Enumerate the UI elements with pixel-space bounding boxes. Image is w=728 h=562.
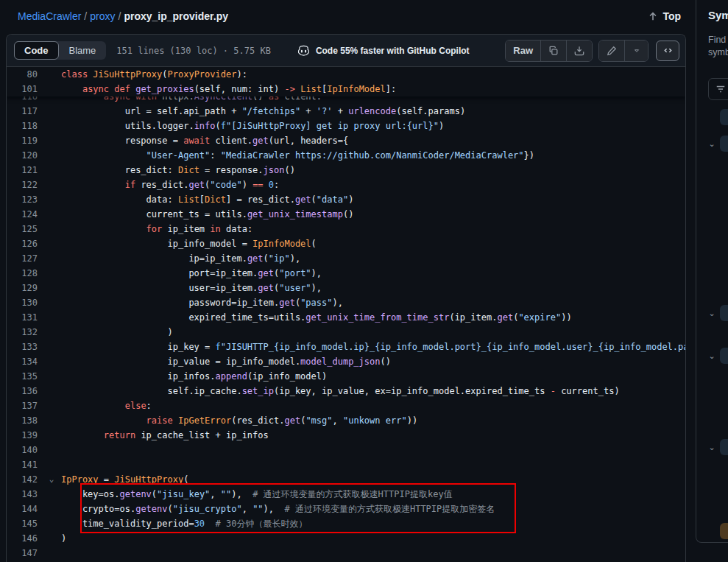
line-number[interactable]: 120 xyxy=(7,148,42,163)
line-number[interactable]: 125 xyxy=(7,222,42,236)
chevron-slot xyxy=(42,398,61,413)
file-content-box: Code Blame 151 lines (130 loc) · 5.75 KB… xyxy=(6,34,686,562)
chevron-down-icon[interactable]: ⌄ xyxy=(704,139,720,149)
line-number[interactable]: 139 xyxy=(7,428,42,443)
symbols-panel-title: Symbols xyxy=(708,9,728,21)
code-line: 121 res_dict: Dict = response.json() xyxy=(7,163,685,178)
line-number[interactable]: 137 xyxy=(7,398,42,413)
line-number[interactable]: 131 xyxy=(7,310,42,325)
code-line-text: self.ip_cache.set_ip(ip_key, ip_value, e… xyxy=(61,384,620,398)
copy-button[interactable] xyxy=(540,41,566,61)
symbol-item[interactable] xyxy=(704,523,728,539)
line-number[interactable]: 146 xyxy=(7,531,42,546)
chevron-down-icon[interactable]: ⌄ xyxy=(704,443,720,452)
chevron-down-icon[interactable]: ⌄ xyxy=(704,309,720,318)
line-number[interactable]: 101 xyxy=(7,82,42,96)
arrow-up-icon xyxy=(648,11,658,21)
line-number[interactable]: 133 xyxy=(7,340,42,354)
symbol-pill[interactable] xyxy=(720,136,728,152)
symbol-pill[interactable] xyxy=(720,109,728,125)
line-number[interactable]: 130 xyxy=(7,295,42,310)
collapse-chevron-icon[interactable]: ⌄ xyxy=(42,472,61,487)
symbols-filter-input[interactable] xyxy=(708,78,728,100)
symbol-pill[interactable] xyxy=(720,523,728,539)
code-line: 129 user=ip_item.get("user"), xyxy=(7,281,685,295)
code-line: 141 xyxy=(7,457,685,472)
symbol-item[interactable]: ⌄ xyxy=(704,348,728,364)
code-line-text: "User-Agent": "MediaCrawler https://gith… xyxy=(61,148,534,163)
download-button[interactable] xyxy=(566,41,592,61)
line-number[interactable]: 129 xyxy=(7,281,42,295)
breadcrumb-repo-link[interactable]: MediaCrawler xyxy=(18,10,81,22)
line-number[interactable]: 135 xyxy=(7,369,42,384)
chevron-slot xyxy=(42,384,61,398)
line-number[interactable]: 145 xyxy=(7,516,42,531)
symbol-item[interactable]: ⌄ xyxy=(704,305,728,321)
chevron-slot xyxy=(42,266,61,281)
line-number[interactable]: 136 xyxy=(7,384,42,398)
code-line: 145 time_validity_period=30 # 30分钟（最长时效） xyxy=(7,516,685,531)
symbol-item[interactable] xyxy=(704,109,728,125)
symbol-item[interactable]: ⌄ xyxy=(704,136,728,152)
code-line-text: url = self.api_path + "/fetchips" + '?' … xyxy=(61,104,465,119)
copilot-banner[interactable]: Code 55% faster with GitHub Copilot xyxy=(297,44,470,57)
code-line: 130 password=ip_item.get("pass"), xyxy=(7,295,685,310)
line-number[interactable]: 140 xyxy=(7,443,42,457)
raw-button[interactable]: Raw xyxy=(506,41,540,61)
line-number[interactable]: 117 xyxy=(7,104,42,119)
code-line-text: raise IpGetError(res_dict.get("msg", "un… xyxy=(61,413,417,428)
chevron-slot xyxy=(42,516,61,531)
edit-dropdown-button[interactable] xyxy=(624,41,648,61)
line-number[interactable]: 119 xyxy=(7,133,42,148)
symbols-panel-toggle-button[interactable] xyxy=(656,41,679,61)
copy-icon xyxy=(548,46,559,56)
chevron-slot xyxy=(42,251,61,266)
edit-button-group xyxy=(598,40,649,62)
chevron-slot xyxy=(42,546,61,561)
chevron-down-icon[interactable]: ⌄ xyxy=(704,351,720,361)
line-number[interactable]: 80 xyxy=(7,67,42,82)
line-number[interactable]: 122 xyxy=(7,178,42,192)
chevron-down-icon xyxy=(633,47,640,55)
edit-button[interactable] xyxy=(599,41,624,61)
back-to-top-link[interactable]: Top xyxy=(648,10,681,22)
tab-code[interactable]: Code xyxy=(14,41,59,60)
code-line: 135 ip_infos.append(ip_info_model) xyxy=(7,369,685,384)
line-number[interactable]: 127 xyxy=(7,251,42,266)
code-line: 137 else: xyxy=(7,398,685,413)
chevron-slot xyxy=(42,531,61,546)
line-number[interactable]: 147 xyxy=(7,546,42,561)
line-number[interactable]: 132 xyxy=(7,325,42,340)
line-number[interactable]: 128 xyxy=(7,266,42,281)
line-number[interactable]: 143 xyxy=(7,487,42,502)
code-line: 133 ip_key = f"JISUHTTP_{ip_info_model.i… xyxy=(7,340,685,354)
symbol-pill[interactable] xyxy=(720,348,728,364)
chevron-slot xyxy=(42,487,61,502)
code-line: 138 raise IpGetError(res_dict.get("msg",… xyxy=(7,413,685,428)
symbol-pill[interactable] xyxy=(720,439,728,455)
line-number[interactable]: 138 xyxy=(7,413,42,428)
line-number[interactable]: 124 xyxy=(7,207,42,222)
chevron-slot xyxy=(42,310,61,325)
chevron-slot xyxy=(42,340,61,354)
chevron-slot xyxy=(42,178,61,192)
line-number[interactable]: 126 xyxy=(7,236,42,251)
line-number[interactable]: 121 xyxy=(7,163,42,178)
symbol-pill[interactable] xyxy=(720,305,728,321)
code-line: 144 crypto=os.getenv("jisu_crypto", ""),… xyxy=(7,502,685,516)
line-number[interactable]: 123 xyxy=(7,192,42,207)
code-line: 134 ip_value = ip_info_model.model_dump_… xyxy=(7,354,685,369)
code-line: 126 ip_info_model = IpInfoModel( xyxy=(7,236,685,251)
line-number[interactable]: 118 xyxy=(7,119,42,133)
code-line: 143 key=os.getenv("jisu_key", ""), # 通过环… xyxy=(7,487,685,502)
tab-blame[interactable]: Blame xyxy=(59,41,107,60)
sticky-scope-lines: 80class JiSuHttpProxy(ProxyProvider):101… xyxy=(7,67,685,96)
line-number[interactable]: 141 xyxy=(7,457,42,472)
line-number[interactable]: 134 xyxy=(7,354,42,369)
line-number[interactable]: 142 xyxy=(7,472,42,487)
chevron-slot xyxy=(42,207,61,222)
line-number[interactable]: 144 xyxy=(7,502,42,516)
symbol-item[interactable]: ⌄ xyxy=(704,439,728,455)
breadcrumb-folder-link[interactable]: proxy xyxy=(90,10,115,22)
breadcrumb-separator: / xyxy=(118,10,121,22)
